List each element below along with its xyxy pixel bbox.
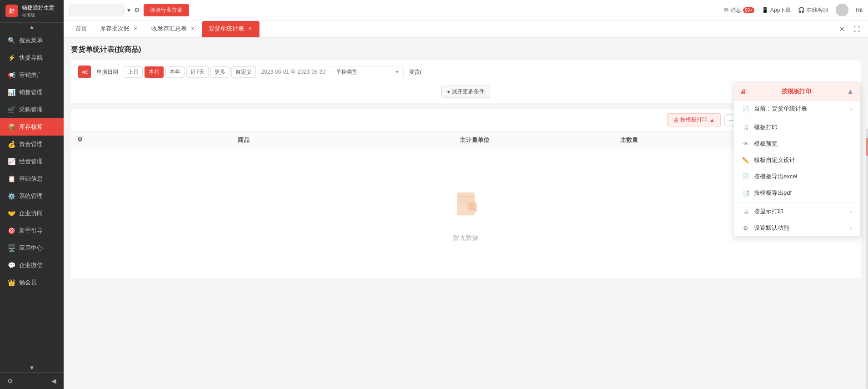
tab-close-requisition[interactable]: × <box>247 25 253 32</box>
sidebar-item-label: 基础信息 <box>19 175 43 183</box>
sidebar-item-newbie[interactable]: 🎯 新手引导 <box>0 222 64 239</box>
logo-text: 畅捷通好生意 标准版 <box>22 5 55 18</box>
col-header-unit: 主计量单位 <box>398 131 552 149</box>
user-avatar[interactable] <box>836 4 848 16</box>
filter-expand-button[interactable]: ≪ <box>78 66 91 78</box>
sidebar-item-operation[interactable]: 📈 经营管理 <box>0 153 64 170</box>
tab-receivable[interactable]: 收发存汇总表 × <box>145 21 202 37</box>
tab-inventory-batch[interactable]: 库存批次账 × <box>94 21 145 37</box>
topbar-right: ✉ 消息 99+ 📱 App下载 🎧 在线客服 Rit <box>724 4 863 16</box>
dropdown-template-preview[interactable]: 👁 模板预览 <box>734 136 860 152</box>
sidebar-item-label: 销售管理 <box>19 88 43 96</box>
sidebar-item-label: 畅会员 <box>19 278 37 287</box>
sidebar-item-apps[interactable]: 🖥️ 应用中心 <box>0 239 64 257</box>
sidebar-item-shortcut[interactable]: ⚡ 快捷导航 <box>0 49 64 66</box>
sidebar-item-label: 系统管理 <box>19 192 43 200</box>
tab-requisition[interactable]: 要货单统计表 × <box>202 21 259 37</box>
tab-close-all-btn[interactable]: ✕ <box>836 23 848 35</box>
sidebar-item-enterprise[interactable]: 🤝 企业协同 <box>0 205 64 222</box>
trial-button[interactable]: 体验行业方案 <box>144 4 189 16</box>
wechat-icon: 💬 <box>7 262 15 269</box>
col-settings-icon[interactable]: ⚙ <box>77 136 83 143</box>
topbar: ▾ ⚙ 体验行业方案 ✉ 消息 99+ 📱 App下载 🎧 在线客服 Rit <box>64 0 868 20</box>
col-header-product: 商品 <box>89 131 398 149</box>
app-logo: 好 畅捷通好生意 标准版 <box>0 0 64 23</box>
empty-text: 暂无数据 <box>453 234 479 242</box>
sidebar-scroll-down[interactable]: ▼ <box>0 363 64 372</box>
online-service-item[interactable]: 🎧 在线客服 <box>798 6 828 14</box>
inventory-icon: 📦 <box>7 123 15 131</box>
current-item-arrow-icon: › <box>850 106 852 112</box>
apps-icon: 🖥️ <box>7 244 15 252</box>
page-scrollbar[interactable] <box>866 129 868 389</box>
dropdown-current-item[interactable]: 📄 当前：要货单统计表 › <box>734 101 860 117</box>
main-content: ▾ ⚙ 体验行业方案 ✉ 消息 99+ 📱 App下载 🎧 在线客服 Rit 首… <box>64 0 868 389</box>
dropdown-current-label: 当前：要货单统计表 <box>754 105 807 113</box>
topbar-dropdown-icon[interactable]: ▾ <box>127 6 130 14</box>
headset-icon: 🎧 <box>798 7 805 13</box>
sidebar-item-label: 资金管理 <box>19 140 43 148</box>
template-print-icon: 🖨 <box>742 124 749 131</box>
date-btn-more[interactable]: 更多 <box>210 66 229 78</box>
dropdown-separator-2 <box>734 202 860 202</box>
newbie-icon: 🎯 <box>7 227 15 234</box>
svg-rect-2 <box>459 196 473 197</box>
more-conditions-button[interactable]: ▾ 展开更多条件 <box>441 86 490 98</box>
topbar-settings-icon[interactable]: ⚙ <box>134 6 140 14</box>
tab-home[interactable]: 首页 <box>69 21 94 37</box>
export-pdf-icon: 📑 <box>742 190 749 197</box>
tabs-right-actions: ✕ ⛶ <box>836 23 863 35</box>
sidebar-item-wechat[interactable]: 💬 企业微信 <box>0 257 64 274</box>
phone-icon: 📱 <box>762 7 768 13</box>
dropdown-template-print[interactable]: 🖨 模板打印 <box>734 119 860 136</box>
filter-row: ≪ 单据日期 上月 本月 本年 近7天 更多 自定义 2023-06-01 至 … <box>78 66 853 78</box>
date-btn-last-month[interactable]: 上月 <box>124 66 143 78</box>
sidebar-item-purchase[interactable]: 🛒 采购管理 <box>0 101 64 118</box>
date-btn-this-month[interactable]: 本月 <box>145 66 164 78</box>
page-title: 要货单统计表(按商品) <box>71 45 861 55</box>
sidebar: 好 畅捷通好生意 标准版 ▲ 🔍 搜索菜单 ⚡ 快捷导航 📢 营销推广 📊 销售… <box>0 0 64 389</box>
dropdown-template-design[interactable]: ✏️ 模板自定义设计 <box>734 152 860 168</box>
sidebar-item-base[interactable]: 📋 基础信息 <box>0 170 64 187</box>
sidebar-item-system[interactable]: ⚙️ 系统管理 <box>0 187 64 205</box>
topbar-search-input[interactable] <box>69 5 124 15</box>
sidebar-item-label: 采购管理 <box>19 106 43 114</box>
sidebar-item-sales[interactable]: 📊 销售管理 <box>0 84 64 101</box>
sidebar-item-finance[interactable]: 💰 资金管理 <box>0 136 64 153</box>
dropdown-export-excel[interactable]: 📄 按模板导出excel <box>734 168 860 185</box>
sidebar-item-inventory[interactable]: 📦 库存核算 <box>0 118 64 136</box>
sidebar-item-marketing[interactable]: 📢 营销推广 <box>0 66 64 84</box>
operation-icon: 📈 <box>7 158 15 165</box>
date-btn-this-year[interactable]: 本年 <box>165 66 185 78</box>
date-btn-7days[interactable]: 近7天 <box>186 66 209 78</box>
order-type-select[interactable]: 单据类型 ▾ <box>331 66 404 78</box>
messages-item[interactable]: ✉ 消息 99+ <box>724 6 754 14</box>
dropdown-set-default[interactable]: ⚙ 设置默认功能 › <box>734 220 860 236</box>
dropdown-export-pdf[interactable]: 📑 按模板导出pdf <box>734 185 860 201</box>
app-download-item[interactable]: 📱 App下载 <box>762 6 791 14</box>
tab-close-receivable[interactable]: × <box>190 25 196 32</box>
print-template-button[interactable]: 🖨 按模板打印 ▲ <box>667 113 721 126</box>
messages-badge: 99+ <box>743 7 754 13</box>
dropdown-title: 按模板打印 <box>782 87 811 96</box>
current-item-icon: 📄 <box>742 106 749 112</box>
page-scrollbar-thumb[interactable] <box>866 138 868 156</box>
sidebar-scroll-up[interactable]: ▲ <box>0 23 64 32</box>
printer-icon: 🖨 <box>673 117 678 123</box>
tab-maximize-btn[interactable]: ⛶ <box>851 23 863 35</box>
collapse-icon[interactable]: ◀ <box>51 377 56 384</box>
dropdown-close-button[interactable]: ▲ <box>847 87 854 96</box>
dropdown-display-print[interactable]: 🖨 按显示打印 › <box>734 203 860 220</box>
logo-icon: 好 <box>5 5 18 17</box>
sidebar-item-label: 应用中心 <box>19 244 43 252</box>
settings-footer-icon[interactable]: ⚙ <box>7 377 13 384</box>
dropdown-separator-1 <box>734 118 860 118</box>
date-btn-custom[interactable]: 自定义 <box>231 66 256 78</box>
sidebar-item-search[interactable]: 🔍 搜索菜单 <box>0 32 64 49</box>
base-icon: 📋 <box>7 175 15 182</box>
set-default-icon: ⚙ <box>742 225 749 232</box>
sales-icon: 📊 <box>7 89 15 96</box>
tab-close-inventory-batch[interactable]: × <box>132 25 139 32</box>
sidebar-item-member[interactable]: 👑 畅会员 <box>0 274 64 291</box>
sidebar-nav: 🔍 搜索菜单 ⚡ 快捷导航 📢 营销推广 📊 销售管理 🛒 采购管理 📦 库存核… <box>0 32 64 363</box>
